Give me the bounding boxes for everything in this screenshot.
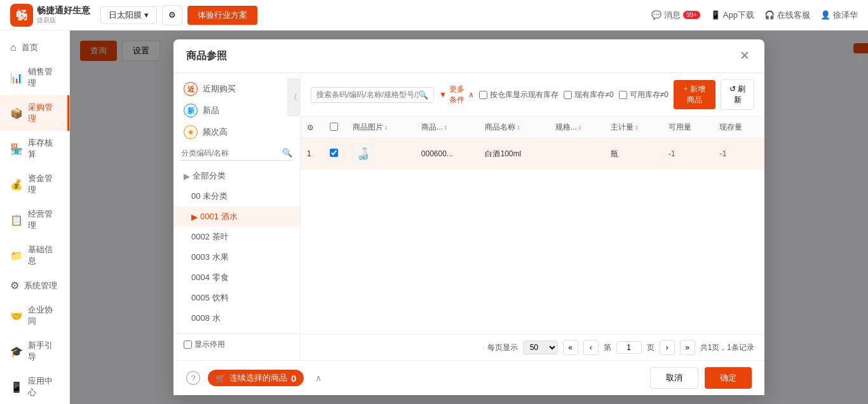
recent-icon: 近 — [184, 82, 198, 96]
confirm-button[interactable]: 确定 — [705, 367, 752, 389]
product-search-input[interactable] — [316, 90, 418, 99]
sort-icon: ↕ — [444, 124, 447, 131]
refresh-button[interactable]: ↺ 刷新 — [721, 79, 754, 110]
message-icon: 💬 — [651, 10, 661, 20]
sidebar-item-inventory[interactable]: 🏪 库存核算 — [0, 131, 69, 166]
sort-icon: ↕ — [517, 124, 520, 131]
online-service-btn[interactable]: 🎧 在线客服 — [764, 10, 810, 21]
cell-stock: -1 — [713, 138, 764, 170]
category-water[interactable]: 0008 水 — [173, 308, 300, 328]
nav-right: 💬 消息 99+ 📱 App下载 🎧 在线客服 👤 徐泽华 — [651, 10, 858, 21]
category-tea[interactable]: 0002 茶叶 — [173, 227, 300, 247]
cell-checkbox[interactable] — [323, 138, 346, 170]
show-disabled-label: 显示停用 — [184, 339, 225, 350]
message-btn[interactable]: 💬 消息 99+ — [651, 10, 700, 21]
col-code-header: 商品... ↕ — [415, 117, 479, 138]
category-label: 0001 酒水 — [200, 211, 238, 222]
col-stock-header: 现存量 — [713, 117, 764, 138]
sidebar-item-guide[interactable]: 🎓 新手引导 — [0, 333, 69, 369]
category-fruit[interactable]: 0003 水果 — [173, 247, 300, 267]
modal-toolbar: 🔍 ▼ 更多条件 ∧ 按仓库显示现有库存 — [301, 73, 764, 117]
next-page-btn[interactable]: › — [660, 340, 675, 355]
inventory-icon: 🏪 — [10, 143, 23, 155]
prev-page-btn[interactable]: ‹ — [583, 340, 599, 355]
modal-body: 近 近期购买 新 新品 ★ 频次高 — [173, 73, 764, 360]
modal-footer: ? 🛒 连续选择的商品 0 ∧ 取消 确定 — [173, 360, 764, 395]
search-icon[interactable]: 🔍 — [418, 90, 428, 100]
category-drink[interactable]: 0005 饮料 — [173, 288, 300, 308]
home-icon: ⌂ — [10, 42, 17, 53]
category-liquor[interactable]: ▶ 0001 酒水 — [173, 206, 300, 227]
system-icon: ⚙ — [10, 279, 19, 292]
sidebar-item-purchase[interactable]: 📦 采购管理 — [0, 95, 69, 131]
cancel-button[interactable]: 取消 — [650, 367, 698, 389]
sidebar-item-basic[interactable]: 📁 基础信息 — [0, 238, 69, 273]
filter-arrow-icon: ∧ — [468, 90, 474, 99]
add-product-button[interactable]: + 新增商品 — [674, 80, 715, 109]
category-snack[interactable]: 0004 零食 — [173, 267, 300, 288]
nav-label: 近期购买 — [203, 83, 236, 95]
page-number-input[interactable] — [616, 341, 642, 354]
nav-recent-purchase[interactable]: 近 近期购买 — [173, 78, 287, 100]
sidebar-item-enterprise[interactable]: 🤝 企业协同 — [0, 298, 69, 333]
col-name-header: 商品名称 ↕ — [478, 117, 548, 138]
category-uncategorized[interactable]: 00 未分类 — [173, 186, 300, 206]
company-dropdown[interactable]: 日太阳膜 ▾ — [100, 6, 157, 24]
nav-center: 日太阳膜 ▾ ⚙ 体验行业方案 — [100, 5, 651, 25]
message-badge: 99+ — [683, 11, 700, 19]
help-button[interactable]: ? — [186, 371, 200, 385]
sidebar-item-label: 经营管理 — [28, 208, 59, 231]
settings-button[interactable]: ⚙ — [162, 5, 182, 25]
first-page-btn[interactable]: « — [563, 340, 578, 355]
footer-right: 取消 确定 — [650, 367, 752, 389]
sidebar-item-operation[interactable]: 📋 经营管理 — [0, 202, 69, 238]
col-settings[interactable]: ⚙ — [301, 117, 323, 138]
check-warehouse[interactable] — [479, 91, 487, 99]
check-existing[interactable] — [564, 91, 572, 99]
search-icon[interactable]: 🔍 — [282, 148, 292, 158]
category-list: ▶ 全部分类 00 未分类 ▶ 0001 酒水 0002 茶 — [173, 166, 300, 333]
sidebar-item-apps[interactable]: 📱 应用中心 — [0, 369, 69, 404]
last-page-btn[interactable]: » — [680, 340, 695, 355]
category-search-input[interactable] — [181, 149, 282, 158]
sidebar-item-finance[interactable]: 💰 资金管理 — [0, 166, 69, 202]
nav-high-freq[interactable]: ★ 频次高 — [173, 121, 287, 143]
app-download-btn[interactable]: 📱 App下载 — [710, 10, 754, 21]
sidebar-item-home[interactable]: ⌂ 首页 — [0, 36, 69, 60]
exp-btn[interactable]: 体验行业方案 — [187, 6, 257, 25]
user-menu[interactable]: 👤 徐泽华 — [820, 10, 858, 21]
sidebar: ⌂ 首页 📊 销售管理 📦 采购管理 🏪 库存核算 💰 资金管理 📋 经营管理 … — [0, 30, 70, 404]
check-warehouse-label: 按仓库显示现有库存 — [479, 90, 559, 100]
check-available-label: 可用库存≠0 — [619, 90, 668, 100]
nav-new-product[interactable]: 新 新品 — [173, 100, 287, 121]
logo-area: 畅 畅捷通好生意 捷易版 — [10, 4, 90, 27]
brand-name: 畅捷通好生意 — [37, 5, 90, 16]
table-row[interactable]: 1 🍶 000600... 白酒100ml 瓶 — [301, 138, 764, 170]
sort-icon: ↕ — [578, 124, 581, 131]
show-disabled-checkbox[interactable] — [184, 340, 192, 349]
category-all[interactable]: ▶ 全部分类 — [173, 166, 300, 186]
collapse-panel-btn[interactable]: 《 — [287, 78, 300, 116]
sidebar-item-label: 企业协同 — [28, 304, 59, 327]
check-available[interactable] — [619, 91, 627, 99]
per-page-select[interactable]: 50 100 — [523, 340, 558, 354]
cart-continuous-select[interactable]: 🛒 连续选择的商品 0 — [208, 370, 304, 386]
main-layout: ⌂ 首页 📊 销售管理 📦 采购管理 🏪 库存核算 💰 资金管理 📋 经营管理 … — [0, 30, 868, 404]
scroll-up-btn[interactable]: ∧ — [311, 371, 325, 385]
category-label: 0004 零食 — [191, 273, 229, 282]
cart-label: 连续选择的商品 — [229, 372, 287, 384]
product-reference-modal: 商品参照 ✕ 近 近期购买 — [173, 39, 764, 395]
headset-icon: 🎧 — [764, 10, 775, 20]
operation-icon: 📋 — [10, 214, 23, 226]
sidebar-item-sales[interactable]: 📊 销售管理 — [0, 60, 69, 95]
sidebar-item-system[interactable]: ⚙ 系统管理 — [0, 273, 69, 298]
category-appliance[interactable]: 0010 家电 — [173, 328, 300, 333]
nav-label: 频次高 — [203, 126, 227, 138]
sort-icon: ↕ — [384, 124, 388, 131]
sidebar-item-label: 系统管理 — [24, 280, 57, 292]
sidebar-item-label: 基础信息 — [28, 244, 59, 267]
filter-btn[interactable]: ▼ 更多条件 ∧ — [439, 84, 474, 105]
category-label: 全部分类 — [193, 170, 226, 182]
col-checkbox-header[interactable] — [323, 117, 346, 138]
modal-close-button[interactable]: ✕ — [736, 48, 752, 64]
